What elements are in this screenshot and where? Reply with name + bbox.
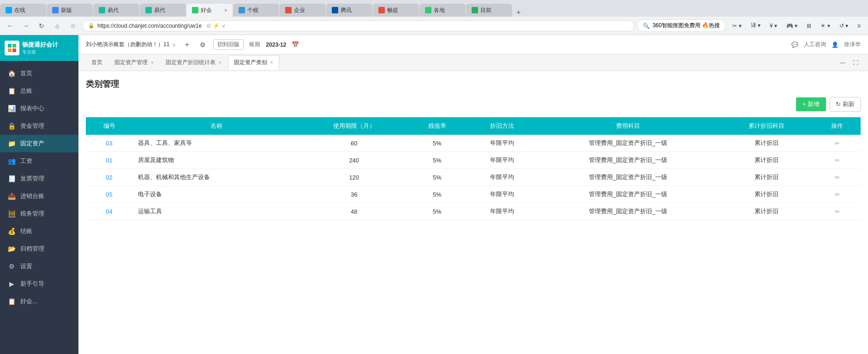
tab-label-8: 畅提 — [387, 6, 398, 14]
col-period: 使用期限（月） — [300, 117, 408, 135]
sidebar-label-sales: 进销台账 — [20, 192, 44, 200]
undo-button[interactable]: ↺ ▾ — [836, 21, 852, 30]
cell-code-0[interactable]: 03 — [86, 135, 132, 152]
cell-code-1[interactable]: 01 — [86, 152, 132, 169]
cell-code-2[interactable]: 02 — [86, 169, 132, 186]
cell-period-2: 120 — [300, 169, 408, 186]
browser-tab-6[interactable]: 企业 — [280, 4, 326, 17]
money-button[interactable]: ¥ ▾ — [766, 21, 781, 30]
sidebar-item-guide[interactable]: ▶ 新手引导 — [0, 275, 78, 293]
table-row: 04 运输工具 48 5% 年限平均 管理费用_固定资产折旧_一级 累计折旧 ✏ — [86, 203, 861, 220]
new-tab-button[interactable]: + — [513, 8, 524, 17]
reload-button[interactable]: ↻ — [35, 19, 48, 32]
browser-tab-8[interactable]: 畅提 — [373, 4, 419, 17]
sidebar-item-ledger[interactable]: 📋 总账 — [0, 82, 78, 100]
content-tab-depreciation-table[interactable]: 固定资产折旧统计表 × — [160, 56, 227, 69]
cell-accum-2: 累计折旧 — [719, 169, 814, 186]
browser-tab-5[interactable]: 个税 — [233, 4, 279, 17]
tab-window-controls: — ⛶ — [838, 58, 861, 68]
browser-tab-bar: 在线 新版 易代 易代 好会 × 个税 企业 腾讯 畅提 各地 目前 + — [0, 0, 868, 17]
sidebar-label-assets: 固定资产 — [20, 139, 44, 148]
calendar-icon[interactable]: 📅 — [292, 41, 299, 48]
cell-accum-4: 累计折旧 — [719, 203, 814, 220]
sidebar-item-payroll[interactable]: 👥 工资 — [0, 152, 78, 170]
back-button[interactable]: ← — [4, 19, 17, 32]
sidebar-item-settings[interactable]: ⚙ 设置 — [0, 258, 78, 275]
user-service-label[interactable]: 人工咨询 — [804, 41, 826, 48]
tab-close-4[interactable]: × — [224, 8, 227, 13]
content-tab-category[interactable]: 固定资产类别 × — [228, 55, 279, 70]
browser-tab-2[interactable]: 易代 — [93, 4, 139, 17]
browser-toolbar-actions: ✂ ▾ 译 ▾ ¥ ▾ 🎮 ▾ ⊞ ☀ ▾ ↺ ▾ ≡ — [729, 20, 864, 31]
sidebar-item-sales[interactable]: 📥 进销台账 — [0, 187, 78, 205]
table-body: 03 器具、工具、家具等 60 5% 年限平均 管理费用_固定资产折旧_一级 累… — [86, 135, 861, 220]
edit-icon-2[interactable]: ✏ — [835, 174, 840, 181]
switch-version-btn[interactable]: 切到旧版 — [213, 39, 244, 50]
cut-button[interactable]: ✂ ▾ — [729, 21, 745, 30]
tab-favicon-6 — [285, 7, 292, 13]
sidebar-item-home[interactable]: 🏠 首页 — [0, 65, 78, 82]
edit-icon-3[interactable]: ✏ — [835, 191, 840, 198]
browser-tab-3[interactable]: 易代 — [140, 4, 186, 17]
sidebar-label-reports: 报表中心 — [20, 104, 44, 113]
cell-action-3[interactable]: ✏ — [814, 186, 861, 203]
home-button[interactable]: ⌂ — [51, 19, 64, 32]
edit-icon-1[interactable]: ✏ — [835, 157, 840, 164]
cell-action-1[interactable]: ✏ — [814, 152, 861, 169]
sidebar-item-haokuai[interactable]: 📋 好会... — [0, 293, 78, 310]
game-button[interactable]: 🎮 ▾ — [783, 21, 801, 30]
search-bar[interactable]: 🔍 360智能抠图免费用 🔥热搜 — [637, 19, 726, 32]
cell-action-4[interactable]: ✏ — [814, 203, 861, 220]
sidebar-item-funds[interactable]: 🔒 资金管理 — [0, 117, 78, 135]
cell-method-1: 年限平均 — [467, 152, 538, 169]
sidebar-label-ledger: 总账 — [20, 87, 32, 95]
refresh-button[interactable]: ↻ 刷新 — [830, 97, 861, 112]
user-name[interactable]: 徐泽华 — [844, 41, 861, 48]
sidebar-item-reports[interactable]: 📊 报表中心 — [0, 100, 78, 117]
browser-tab-9[interactable]: 各地 — [419, 4, 466, 17]
cell-action-0[interactable]: ✏ — [814, 135, 861, 152]
content-tab-assets-manage[interactable]: 固定资产管理 × — [109, 56, 159, 69]
browser-tab-10[interactable]: 目前 — [466, 4, 512, 17]
cell-code-4[interactable]: 04 — [86, 203, 132, 220]
window-minimize-btn[interactable]: — — [838, 58, 848, 68]
cell-code-3[interactable]: 05 — [86, 186, 132, 203]
forward-button[interactable]: → — [19, 19, 32, 32]
browser-tab-7[interactable]: 腾讯 — [326, 4, 372, 17]
menu-button[interactable]: ≡ — [854, 21, 864, 30]
content-tab-depreciation-close[interactable]: × — [219, 60, 221, 65]
sidebar-item-checkout[interactable]: 💰 结账 — [0, 222, 78, 240]
window-maximize-btn[interactable]: ⛶ — [850, 58, 861, 68]
content-tab-category-close[interactable]: × — [270, 60, 273, 65]
sidebar-label-guide: 新手引导 — [20, 280, 44, 288]
bookmark-button[interactable]: ☆ — [66, 19, 79, 32]
url-text: https://cloud.chanjet.com/accounting/uw1… — [97, 23, 202, 29]
company-settings-btn[interactable]: ⚙ — [198, 40, 208, 50]
edit-icon-4[interactable]: ✏ — [835, 208, 840, 215]
sun-button[interactable]: ☀ ▾ — [817, 21, 833, 30]
sidebar-item-archive[interactable]: 📂 归档管理 — [0, 240, 78, 258]
content-tab-home[interactable]: 首页 — [86, 56, 108, 69]
cell-accum-3: 累计折旧 — [719, 186, 814, 203]
content-tab-assets-close[interactable]: × — [151, 60, 154, 65]
cell-expense-3: 管理费用_固定资产折旧_一级 — [537, 186, 718, 203]
address-bar[interactable]: 🔒 https://cloud.chanjet.com/accounting/u… — [82, 20, 634, 31]
cell-action-2[interactable]: ✏ — [814, 169, 861, 186]
sidebar-item-invoice[interactable]: 🧾 发票管理 — [0, 170, 78, 187]
invoice-icon: 🧾 — [7, 174, 16, 183]
cell-name-1: 房屋及建筑物 — [132, 152, 300, 169]
edit-icon-0[interactable]: ✏ — [835, 140, 840, 147]
grid-button[interactable]: ⊞ — [803, 21, 815, 30]
sidebar-item-tax[interactable]: 🧮 税务管理 — [0, 205, 78, 222]
add-button[interactable]: + 新增 — [796, 97, 826, 111]
translate-button[interactable]: 译 ▾ — [747, 20, 764, 31]
svg-rect-0 — [8, 44, 12, 48]
company-dropdown-icon[interactable]: ∨ — [172, 42, 176, 48]
sidebar-label-home: 首页 — [20, 69, 32, 78]
sidebar-item-assets[interactable]: 📁 固定资产 — [0, 135, 78, 152]
company-add-btn[interactable]: + — [182, 40, 192, 50]
browser-tab-1[interactable]: 新版 — [47, 4, 93, 17]
browser-tab-0[interactable]: 在线 — [0, 4, 46, 17]
browser-tab-4[interactable]: 好会 × — [186, 4, 233, 17]
tab-favicon-1 — [52, 7, 59, 13]
